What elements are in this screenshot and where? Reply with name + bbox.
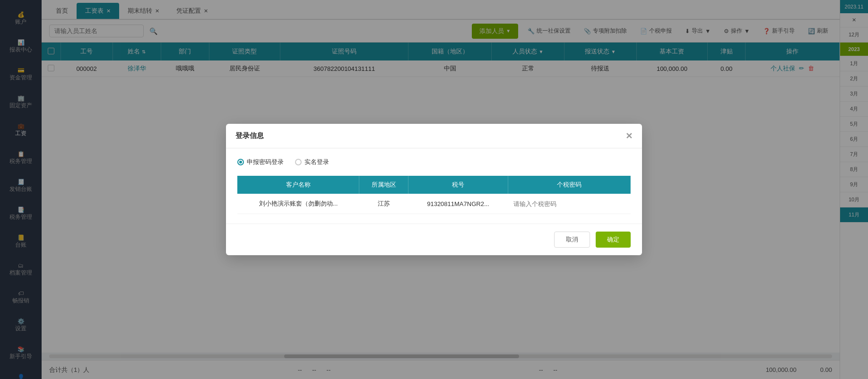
col-region: 所属地区	[359, 176, 408, 194]
login-type-radio-group: 申报密码登录 实名登录	[237, 158, 631, 166]
dialog-close-icon[interactable]: ✕	[625, 132, 633, 140]
col-tax-no: 税号	[408, 176, 508, 194]
login-dialog: 登录信息 ✕ 申报密码登录 实名登录 客户名称 所属	[226, 124, 642, 255]
radio-realname-icon	[295, 159, 302, 165]
login-info-row: 刘小艳演示账套（勿删勿动... 江苏 91320811MA7NGR2...	[237, 194, 631, 214]
cell-tax-password[interactable]	[508, 194, 630, 214]
dialog-overlay: 登录信息 ✕ 申报密码登录 实名登录 客户名称 所属	[0, 0, 868, 379]
login-option-password[interactable]: 申报密码登录	[237, 158, 284, 166]
col-client-name: 客户名称	[237, 176, 359, 194]
confirm-button[interactable]: 确定	[596, 232, 631, 248]
dialog-footer: 取消 确定	[226, 224, 642, 255]
dialog-body: 申报密码登录 实名登录 客户名称 所属地区 税号 个税密码	[226, 148, 642, 224]
cell-client-name: 刘小艳演示账套（勿删勿动...	[237, 194, 359, 214]
cancel-button[interactable]: 取消	[554, 232, 590, 248]
radio-password-icon	[237, 159, 244, 165]
dialog-header: 登录信息 ✕	[226, 124, 642, 148]
cell-tax-no: 91320811MA7NGR2...	[408, 194, 508, 214]
col-tax-password: 个税密码	[508, 176, 630, 194]
login-info-table: 客户名称 所属地区 税号 个税密码 刘小艳演示账套（勿删勿动... 江苏 913…	[237, 176, 631, 214]
dialog-title: 登录信息	[235, 131, 264, 140]
tax-password-input[interactable]	[513, 200, 625, 207]
cell-region: 江苏	[359, 194, 408, 214]
login-option-realname[interactable]: 实名登录	[295, 158, 329, 166]
